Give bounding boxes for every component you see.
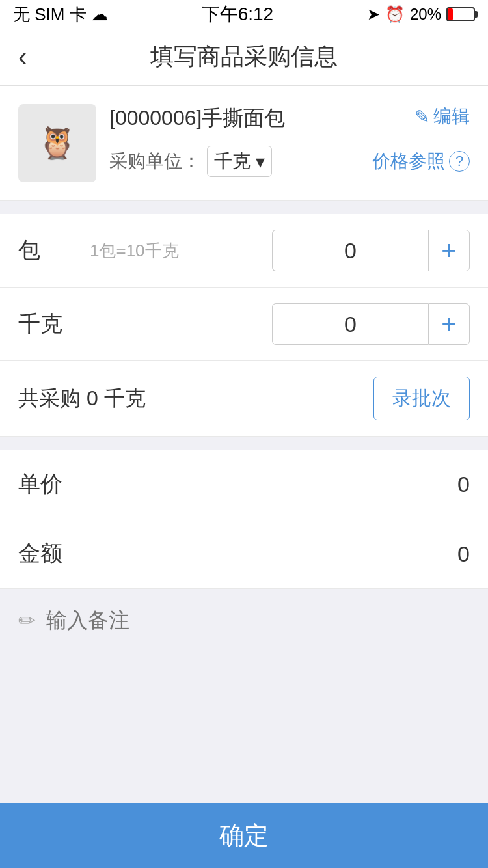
amount-value: 0 bbox=[457, 541, 470, 567]
status-left: 无 SIM 卡 ☁ bbox=[13, 3, 108, 26]
unit-dropdown[interactable]: 千克 ▾ bbox=[207, 146, 272, 177]
summary-row: 共采购 0 千克 录批次 bbox=[0, 361, 488, 437]
page-title: 填写商品采购信息 bbox=[150, 41, 338, 73]
bao-input-row: 包 1包=10千克 + bbox=[0, 214, 488, 288]
bao-input-group: + bbox=[272, 230, 470, 271]
status-time: 下午6:12 bbox=[202, 2, 274, 27]
bao-plus-button[interactable]: + bbox=[428, 230, 470, 271]
kg-plus-button[interactable]: + bbox=[428, 303, 470, 345]
edit-label: 编辑 bbox=[433, 104, 470, 129]
kg-input[interactable] bbox=[272, 303, 428, 345]
amount-label: 金额 bbox=[18, 539, 62, 569]
product-info: [0000006]手撕面包 ✎ 编辑 采购单位： 千克 ▾ 价格参照 ? bbox=[109, 104, 470, 177]
info-icon: ? bbox=[449, 151, 470, 172]
section-divider-1 bbox=[0, 201, 488, 214]
product-header: [0000006]手撕面包 ✎ 编辑 bbox=[109, 104, 470, 133]
sim-status: 无 SIM 卡 ☁ bbox=[13, 3, 108, 26]
nav-bar: ‹ 填写商品采购信息 bbox=[0, 29, 488, 86]
status-bar: 无 SIM 卡 ☁ 下午6:12 ➤ ⏰ 20% bbox=[0, 0, 488, 29]
bao-sublabel: 1包=10千克 bbox=[90, 239, 179, 262]
unit-value: 千克 bbox=[214, 149, 251, 174]
amount-row: 金额 0 bbox=[0, 519, 488, 589]
remark-input[interactable] bbox=[46, 608, 470, 632]
price-ref-label: 价格参照 bbox=[372, 149, 445, 174]
location-icon: ➤ bbox=[367, 5, 380, 23]
edit-button[interactable]: ✎ 编辑 bbox=[414, 104, 470, 129]
remark-section: ✏ bbox=[0, 589, 488, 667]
bao-input[interactable] bbox=[272, 230, 428, 271]
price-reference-button[interactable]: 价格参照 ? bbox=[372, 149, 470, 174]
alarm-icon: ⏰ bbox=[385, 5, 405, 23]
product-card: 🦉 [0000006]手撕面包 ✎ 编辑 采购单位： 千克 ▾ bbox=[0, 86, 488, 201]
back-button[interactable]: ‹ bbox=[18, 42, 27, 72]
kg-input-group: + bbox=[272, 303, 470, 345]
product-image: 🦉 bbox=[18, 104, 96, 182]
bao-label: 包 bbox=[18, 236, 83, 265]
edit-icon: ✎ bbox=[414, 106, 429, 128]
remark-icon: ✏ bbox=[18, 608, 36, 633]
quantity-section: 包 1包=10千克 + 千克 + bbox=[0, 214, 488, 361]
unit-price-label: 单价 bbox=[18, 469, 62, 499]
kg-label: 千克 bbox=[18, 309, 83, 339]
product-name: [0000006]手撕面包 bbox=[109, 104, 285, 133]
summary-text: 共采购 0 千克 bbox=[18, 385, 146, 413]
unit-price-value: 0 bbox=[457, 472, 470, 497]
battery-icon bbox=[446, 7, 475, 21]
unit-row: 采购单位： 千克 ▾ 价格参照 ? bbox=[109, 146, 470, 177]
kg-input-row: 千克 + bbox=[0, 288, 488, 361]
battery-percent: 20% bbox=[410, 5, 441, 23]
status-right: ➤ ⏰ 20% bbox=[367, 5, 475, 23]
dropdown-arrow-icon: ▾ bbox=[256, 151, 265, 172]
batch-record-button[interactable]: 录批次 bbox=[373, 377, 470, 420]
info-section: 单价 0 金额 0 bbox=[0, 450, 488, 589]
unit-label: 采购单位： 千克 ▾ bbox=[109, 146, 272, 177]
section-divider-2 bbox=[0, 437, 488, 450]
confirm-button[interactable]: 确定 bbox=[0, 803, 488, 868]
unit-price-row: 单价 0 bbox=[0, 450, 488, 519]
